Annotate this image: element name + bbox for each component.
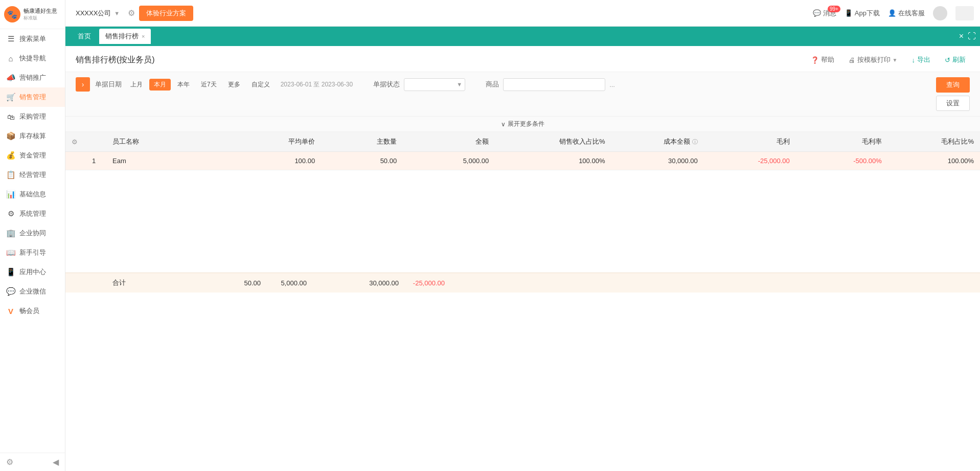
export-button[interactable]: ↓ 导出 <box>908 53 935 66</box>
tab-close-icon[interactable]: × <box>142 33 145 39</box>
table-header-row: ⚙ 员工名称 平均单价 主数量 全额 <box>65 132 980 152</box>
refresh-button[interactable]: ↺ 刷新 <box>941 53 970 66</box>
online-service-button[interactable]: 👤 在线客服 <box>888 9 925 18</box>
tab-home[interactable]: 首页 <box>70 29 99 44</box>
message-button[interactable]: 💬 消息 99+ <box>813 9 836 18</box>
sidebar-item-label: 新手引导 <box>19 248 46 257</box>
sales-icon: 🛒 <box>6 93 15 102</box>
cell-profit-rate: -500.00% <box>796 152 888 170</box>
cell-profit: -25,000.00 <box>704 152 796 170</box>
apps-icon: 📱 <box>6 267 15 277</box>
sidebar-item-label: 畅会员 <box>19 306 39 316</box>
print-chevron-icon: ▼ <box>893 57 898 63</box>
print-button[interactable]: 🖨 按模板打印 ▼ <box>845 53 902 66</box>
try-industry-button[interactable]: 体验行业方案 <box>139 6 193 21</box>
date-prev-month-btn[interactable]: 上月 <box>126 79 147 91</box>
sidebar-item-search[interactable]: ☰ 搜索菜单 <box>0 29 65 49</box>
tab-sales-ranking[interactable]: 销售排行榜 × <box>99 29 151 44</box>
sidebar-item-system[interactable]: ⚙ 系统管理 <box>0 204 65 223</box>
tab-minimize-icon[interactable]: × <box>959 32 964 41</box>
sidebar-item-purchase[interactable]: 🛍 采购管理 <box>0 107 65 126</box>
col-header-rank <box>86 132 106 152</box>
filter-status: 单据状态 ▼ <box>373 78 465 91</box>
tab-label: 销售排行榜 <box>105 32 139 41</box>
date-custom-btn[interactable]: 自定义 <box>247 79 275 91</box>
settings-icon[interactable]: ⚙ <box>128 8 135 18</box>
member-icon: V <box>6 307 15 316</box>
app-download-button[interactable]: 📱 App下载 <box>845 9 880 18</box>
sidebar-collapse-icon[interactable]: ◀ <box>53 457 59 467</box>
sidebar-item-operations[interactable]: 📋 经营管理 <box>0 165 65 185</box>
col-header-profit-rate: 毛利率 <box>796 132 888 152</box>
expand-bar[interactable]: ∨ 展开更多条件 <box>65 117 980 132</box>
footer-profit-value: -25,000.00 <box>413 279 445 287</box>
sidebar-item-basic[interactable]: 📊 基础信息 <box>0 185 65 204</box>
col-header-qty: 主数量 <box>321 132 403 152</box>
sidebar-item-label: 企业协同 <box>19 229 46 238</box>
avatar[interactable] <box>933 6 947 20</box>
expand-more-button[interactable]: ∨ 展开更多条件 <box>501 120 544 128</box>
date-more-btn[interactable]: 更多 <box>223 79 245 91</box>
user-menu[interactable] <box>955 6 974 20</box>
company-selector[interactable]: XXXXX公司 ▼ <box>72 7 124 20</box>
footer-qty: 50.00 <box>220 279 261 287</box>
col-header-settings: ⚙ <box>65 132 86 152</box>
sidebar-item-finance[interactable]: 💰 资金管理 <box>0 146 65 165</box>
sidebar-item-guide[interactable]: 📖 新手引导 <box>0 243 65 262</box>
tab-right-actions: × ⛶ <box>959 32 976 41</box>
operations-icon: 📋 <box>6 170 15 180</box>
print-icon: 🖨 <box>849 56 855 64</box>
footer-cost: 30,000.00 <box>353 279 399 287</box>
purchase-icon: 🛍 <box>6 113 15 121</box>
marketing-icon: 📣 <box>6 73 15 82</box>
sidebar: 🐾 畅康通好生意 标准版 ☰ 搜索菜单 ⌂ 快捷导航 📣 营销推广 🛒 销售管理… <box>0 0 65 471</box>
help-button[interactable]: ❓ 帮助 <box>807 53 838 66</box>
export-icon: ↓ <box>912 56 916 64</box>
cost-help-icon[interactable]: ⓘ <box>692 139 698 145</box>
sidebar-item-label: 快捷导航 <box>19 54 46 63</box>
basic-icon: 📊 <box>6 190 15 199</box>
sidebar-item-label: 基础信息 <box>19 190 46 199</box>
sidebar-item-label: 应用中心 <box>19 267 46 277</box>
app-download-label: App下载 <box>855 9 880 18</box>
query-button[interactable]: 查询 <box>936 77 970 93</box>
filter-expand-toggle[interactable]: › <box>76 77 90 92</box>
filter-action-buttons: 查询 设置 <box>936 77 970 111</box>
date-range-label: 2023-06-01 至 2023-06-30 <box>281 80 353 89</box>
help-label: 帮助 <box>821 55 834 64</box>
sidebar-item-shortcut[interactable]: ⌂ 快捷导航 <box>0 49 65 68</box>
goods-input[interactable] <box>503 78 605 91</box>
table-body: 1 Eam 100.00 50.00 5,000.00 <box>65 152 980 170</box>
sidebar-item-wechat[interactable]: 💬 企业微信 <box>0 282 65 301</box>
status-select[interactable] <box>404 78 465 91</box>
sidebar-item-apps[interactable]: 📱 应用中心 <box>0 262 65 282</box>
sidebar-item-label: 资金管理 <box>19 151 46 160</box>
cell-avg: 100.00 <box>229 152 321 170</box>
sidebar-item-sales[interactable]: 🛒 销售管理 <box>0 87 65 107</box>
sidebar-item-member[interactable]: V 畅会员 <box>0 301 65 321</box>
filter-goods: 商品 ... <box>486 78 615 91</box>
page-title: 销售排行榜(按业务员) <box>76 55 155 65</box>
footer-cost-value: 30,000.00 <box>369 279 399 287</box>
chevron-down-icon: ▼ <box>114 10 120 16</box>
date-7days-btn[interactable]: 近7天 <box>196 79 221 91</box>
footer-total-label: 合计 <box>112 279 126 286</box>
help-icon: ❓ <box>811 56 819 64</box>
date-this-month-btn[interactable]: 本月 <box>149 79 171 91</box>
date-this-year-btn[interactable]: 本年 <box>173 79 194 91</box>
col-header-profit: 毛利 <box>704 132 796 152</box>
col-header-cost: 成本全额 ⓘ <box>611 132 703 152</box>
table-head: ⚙ 员工名称 平均单价 主数量 全额 <box>65 132 980 152</box>
sidebar-settings-icon[interactable]: ⚙ <box>6 457 13 467</box>
col-header-name: 员工名称 <box>106 132 229 152</box>
filter-date: 单据日期 上月 本月 本年 近7天 更多 自定义 2023-06-01 至 20… <box>95 79 353 91</box>
cell-rank: 1 <box>86 152 106 170</box>
sidebar-item-inventory[interactable]: 📦 库存核算 <box>0 126 65 146</box>
goods-more-dots[interactable]: ... <box>609 81 615 88</box>
column-settings-icon[interactable]: ⚙ <box>72 138 78 146</box>
page-content: 销售排行榜(按业务员) ❓ 帮助 🖨 按模板打印 ▼ ↓ 导出 ↺ 刷新 <box>65 46 980 471</box>
settings-button[interactable]: 设置 <box>936 96 970 111</box>
sidebar-item-enterprise[interactable]: 🏢 企业协同 <box>0 223 65 243</box>
tab-expand-icon[interactable]: ⛶ <box>968 32 976 41</box>
sidebar-item-marketing[interactable]: 📣 营销推广 <box>0 68 65 87</box>
